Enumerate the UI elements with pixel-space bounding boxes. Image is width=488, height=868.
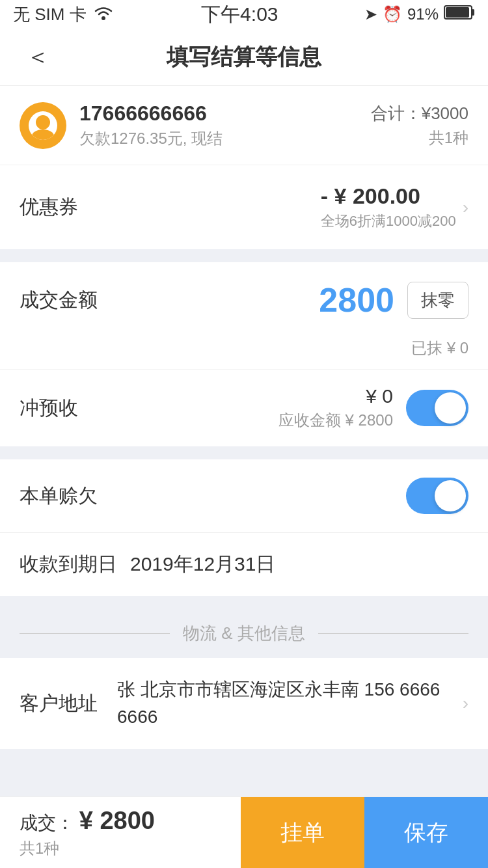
customer-left: 17666666666 欠款1276.35元, 现结 [20, 102, 223, 149]
prepay-row: 冲预收 ¥ 0 应收金额 ¥ 2800 [0, 369, 488, 446]
svg-point-0 [102, 16, 105, 20]
amount-section: 成交金额 2800 抹零 已抹 ¥ 0 冲预收 ¥ 0 应收金额 ¥ 2800 [0, 262, 488, 446]
address-right: › [463, 693, 468, 714]
customer-info: 17666666666 欠款1276.35元, 现结 [79, 102, 223, 149]
save-button[interactable]: 保存 [364, 797, 488, 869]
status-left: 无 SIM 卡 [13, 3, 115, 26]
svg-rect-3 [446, 7, 469, 18]
amount-row: 成交金额 2800 抹零 [0, 262, 488, 338]
divider-line-left [20, 633, 170, 634]
page-title: 填写结算等信息 [167, 42, 321, 72]
section-divider-1 [0, 249, 488, 262]
prepay-amount: ¥ 0 应收金额 ¥ 2800 [278, 385, 393, 431]
coupon-chevron-icon: › [463, 197, 468, 218]
total-value: ¥3000 [422, 103, 468, 123]
sim-status: 无 SIM 卡 [13, 3, 87, 26]
coupon-right: - ¥ 200.00 全场6折满1000减200 › [321, 183, 468, 231]
total-count: 共1种 [371, 128, 468, 148]
bottom-deal-amount: ¥ 2800 [79, 807, 155, 834]
address-value: 张 北京市市辖区海淀区永丰南 156 6666 6666 [117, 676, 463, 731]
prepay-toggle[interactable] [406, 390, 468, 426]
prepay-value: ¥ 0 [278, 385, 393, 407]
wifi-icon [92, 4, 115, 25]
bottom-count: 共1种 [20, 838, 221, 859]
duedate-label: 收款到期日 [20, 551, 117, 578]
avatar-icon [29, 111, 57, 140]
total-label: 合计：¥3000 [371, 102, 468, 125]
hold-button[interactable]: 挂单 [241, 797, 364, 869]
address-chevron-icon: › [463, 693, 468, 714]
location-icon: ➤ [364, 5, 377, 23]
prepay-right: ¥ 0 应收金额 ¥ 2800 [278, 385, 468, 431]
back-button[interactable]: ＜ [20, 34, 56, 79]
address-label: 客户地址 [20, 690, 98, 717]
coupon-detail: 全场6折满1000减200 [321, 211, 456, 231]
alarm-icon: ⏰ [383, 5, 402, 23]
customer-row: 17666666666 欠款1276.35元, 现结 合计：¥3000 共1种 [0, 86, 488, 165]
duedate-value: 2019年12月31日 [130, 551, 275, 578]
customer-debt: 欠款1276.35元, 现结 [79, 128, 223, 149]
address-row[interactable]: 客户地址 张 北京市市辖区海淀区永丰南 156 6666 6666 › [0, 658, 488, 749]
status-right: ➤ ⏰ 91% [364, 4, 475, 25]
bottom-deal-label: 成交： [20, 813, 74, 833]
divider-line-right [318, 633, 468, 634]
bottom-summary: 成交： ¥ 2800 共1种 [0, 807, 241, 859]
amount-label: 成交金额 [20, 287, 98, 314]
amount-value: 2800 [319, 280, 394, 319]
round-button[interactable]: 抹零 [407, 282, 468, 319]
bottom-bar: 成交： ¥ 2800 共1种 挂单 保存 [0, 796, 488, 868]
bottom-deal: 成交： ¥ 2800 [20, 807, 221, 835]
logistics-text: 物流 & 其他信息 [183, 622, 305, 645]
prepay-sub: 应收金额 ¥ 2800 [278, 410, 393, 431]
coupon-discount: - ¥ 200.00 [321, 183, 456, 209]
debt-row: 本单赊欠 [0, 459, 488, 532]
avatar [20, 102, 66, 149]
section-divider-2 [0, 446, 488, 459]
svg-rect-2 [472, 9, 474, 16]
status-bar: 无 SIM 卡 下午4:03 ➤ ⏰ 91% [0, 0, 488, 29]
status-time: 下午4:03 [201, 1, 278, 28]
duedate-row: 收款到期日 2019年12月31日 [0, 532, 488, 596]
prepay-label: 冲预收 [20, 395, 78, 422]
section-divider-3 [0, 596, 488, 609]
nav-bar: ＜ 填写结算等信息 [0, 29, 488, 86]
customer-total: 合计：¥3000 共1种 [371, 102, 468, 148]
debt-toggle[interactable] [406, 478, 468, 514]
debt-label: 本单赊欠 [20, 483, 98, 509]
amount-right: 2800 抹零 [319, 280, 468, 319]
already-rounded: 已抹 ¥ 0 [0, 338, 488, 369]
logistics-divider: 物流 & 其他信息 [0, 609, 488, 658]
battery-icon [444, 4, 475, 25]
coupon-label: 优惠券 [20, 194, 78, 221]
customer-phone: 17666666666 [79, 102, 223, 126]
coupon-row[interactable]: 优惠券 - ¥ 200.00 全场6折满1000减200 › [0, 165, 488, 249]
battery-label: 91% [407, 5, 439, 23]
